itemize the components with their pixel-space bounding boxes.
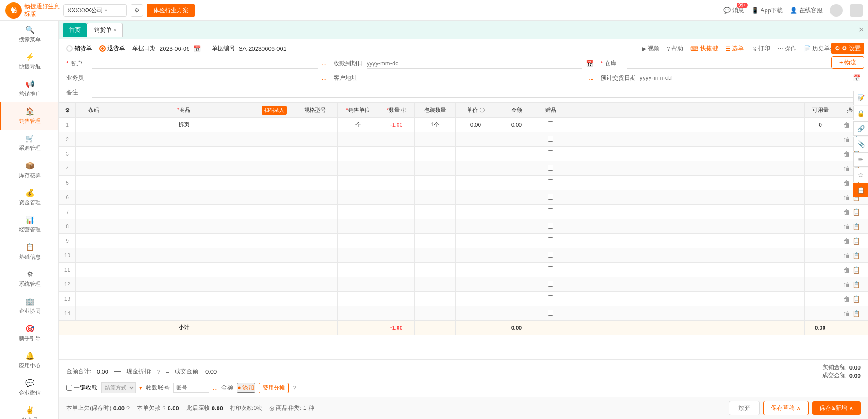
close-all-icon[interactable]: ✕ (858, 25, 864, 34)
help-btn[interactable]: ? 帮助 (665, 43, 685, 53)
current-owe-info-icon[interactable]: ? (162, 405, 165, 412)
gift-checkbox[interactable] (548, 194, 553, 200)
gift-checkbox[interactable] (548, 295, 553, 301)
message-button[interactable]: 💬 消息 99+ (723, 6, 744, 14)
radio-sales[interactable]: 销货单 (66, 44, 92, 53)
row-barcode[interactable] (76, 118, 112, 132)
sidebar-item-finance[interactable]: 💰 资金管理 (0, 184, 58, 211)
sidebar-item-management[interactable]: 📊 经营管理 (0, 211, 58, 238)
app-download-button[interactable]: 📱 App下载 (752, 6, 783, 14)
delete-icon[interactable]: 🗑 (844, 194, 850, 201)
copy-icon[interactable]: 📋 (853, 295, 860, 303)
gift-checkbox[interactable] (548, 281, 553, 287)
salesperson-dots-btn[interactable]: ... (322, 75, 326, 81)
copy-icon[interactable]: 📋 (853, 266, 860, 274)
gift-checkbox[interactable] (548, 237, 553, 243)
copy-icon[interactable]: 📋 (853, 310, 860, 317)
sidebar-item-member[interactable]: ✌ 畅会员 (0, 401, 58, 419)
gift-checkbox[interactable] (548, 252, 553, 258)
sidebar-item-wechat[interactable]: 💬 企业微信 (0, 374, 58, 401)
avatar[interactable] (830, 4, 843, 17)
row-qty[interactable]: -1.00 (378, 118, 415, 132)
save-draft-button[interactable]: 保存草稿 ∧ (763, 401, 809, 415)
address-dots-btn[interactable]: ... (589, 75, 593, 81)
gift-checkbox[interactable] (548, 121, 553, 127)
one-click-payment[interactable]: 一键收款 (66, 384, 97, 392)
sidebar-item-marketing[interactable]: 📢 营销推广 (0, 75, 58, 102)
copy-icon[interactable]: 📋 (853, 223, 860, 230)
tab-sales-order[interactable]: 销货单 × (87, 23, 123, 37)
discount-info-icon[interactable]: ? (157, 368, 160, 375)
copy-icon[interactable]: 📋 (853, 237, 860, 245)
customer-dots-btn[interactable]: ... (322, 60, 326, 67)
delete-icon[interactable]: 🗑 (844, 281, 850, 288)
sidebar-item-search[interactable]: 🔍 搜索菜单 (0, 21, 58, 48)
gift-checkbox[interactable] (548, 223, 553, 229)
sidebar-item-enterprise[interactable]: 🏢 企业协同 (0, 293, 58, 320)
due-date-input[interactable] (367, 58, 582, 69)
row-unit[interactable]: 个 (338, 118, 378, 132)
row-amount[interactable]: 0.00 (496, 118, 537, 132)
float-btn-3[interactable]: 🔗 (853, 121, 868, 136)
abandon-button[interactable]: 放弃 (729, 401, 760, 415)
delete-icon[interactable]: 🗑 (844, 252, 850, 259)
fenyong-help-icon[interactable]: ? (292, 385, 296, 391)
copy-icon[interactable]: 📋 (853, 281, 860, 288)
gift-checkbox[interactable] (548, 136, 553, 142)
account-dots-btn[interactable]: ... (213, 385, 218, 391)
tab-home[interactable]: 首页 (63, 23, 87, 37)
float-btn-orange[interactable]: 📋 (853, 183, 868, 197)
row-gift[interactable] (537, 118, 564, 132)
float-btn-6[interactable]: ☆ (853, 168, 868, 182)
online-service-button[interactable]: 👤 在线客服 (790, 6, 823, 14)
row-pack-qty[interactable]: 1个 (415, 118, 456, 132)
select-btn[interactable]: ☰ 选单 (723, 43, 746, 53)
settlement-dots-btn[interactable]: ▾ (139, 385, 142, 391)
row-spec[interactable] (292, 118, 338, 132)
delete-icon[interactable]: 🗑 (844, 266, 850, 274)
scan-button[interactable]: 扫码录入 (262, 106, 287, 115)
delivery-calendar-icon[interactable]: 📅 (853, 74, 861, 82)
delete-icon[interactable]: 🗑 (844, 179, 850, 187)
radio-return[interactable]: 退货单 (99, 44, 125, 53)
delete-icon[interactable]: 🗑 (844, 136, 850, 143)
one-click-checkbox[interactable] (66, 385, 72, 391)
gift-checkbox[interactable] (548, 150, 553, 156)
sidebar-item-quicknav[interactable]: ⚡ 快捷导航 (0, 48, 58, 75)
delete-icon[interactable]: 🗑 (844, 165, 850, 172)
expected-delivery-input[interactable] (640, 72, 849, 83)
settlement-method-select[interactable]: 结算方式 (101, 382, 136, 393)
account-input[interactable] (173, 383, 209, 393)
float-btn-4[interactable]: 📎 (853, 137, 868, 151)
delete-icon[interactable]: 🗑 (844, 295, 850, 303)
gift-checkbox[interactable] (548, 266, 553, 272)
customer-input[interactable] (92, 58, 318, 69)
logistics-button[interactable]: + 物流 (831, 56, 864, 69)
float-btn-2[interactable]: 🔒 (853, 106, 868, 120)
delete-icon[interactable]: 🗑 (844, 208, 850, 216)
sidebar-item-purchase[interactable]: 🛒 采购管理 (0, 130, 58, 157)
sidebar-item-inventory[interactable]: 📦 库存核算 (0, 157, 58, 184)
gift-checkbox[interactable] (548, 310, 553, 316)
settings-button[interactable]: ⚙ ⚙ 设置 (831, 43, 864, 54)
sidebar-item-apps[interactable]: 🔔 应用中心 (0, 347, 58, 374)
customer-address-input[interactable] (361, 72, 586, 83)
float-btn-5[interactable]: ✏ (853, 152, 868, 167)
sidebar-item-guide[interactable]: 🎯 新手引导 (0, 320, 58, 347)
gift-checkbox[interactable] (548, 208, 553, 214)
salesperson-input[interactable]: 选择... (92, 72, 318, 83)
settings-icon[interactable]: ⚙ (131, 4, 143, 17)
th-settings[interactable]: ⚙ (59, 103, 76, 118)
sidebar-item-system[interactable]: ⚙ 系统管理 (0, 265, 58, 293)
operation-btn[interactable]: ⋯ 操作 (776, 43, 798, 53)
print-btn[interactable]: 🖨 打印 (749, 43, 772, 53)
fenyong-button[interactable]: 费用分摊 (259, 383, 289, 393)
tab-close-icon[interactable]: × (113, 27, 116, 33)
sidebar-item-basic[interactable]: 📋 基础信息 (0, 238, 58, 265)
delete-icon[interactable]: 🗑 (844, 237, 850, 245)
delete-icon[interactable]: 🗑 (844, 150, 850, 158)
float-btn-1[interactable]: 📝 (853, 91, 868, 105)
gift-checkbox[interactable] (548, 165, 553, 171)
remarks-input[interactable] (92, 87, 861, 98)
owe-info-icon[interactable]: ? (126, 405, 130, 412)
